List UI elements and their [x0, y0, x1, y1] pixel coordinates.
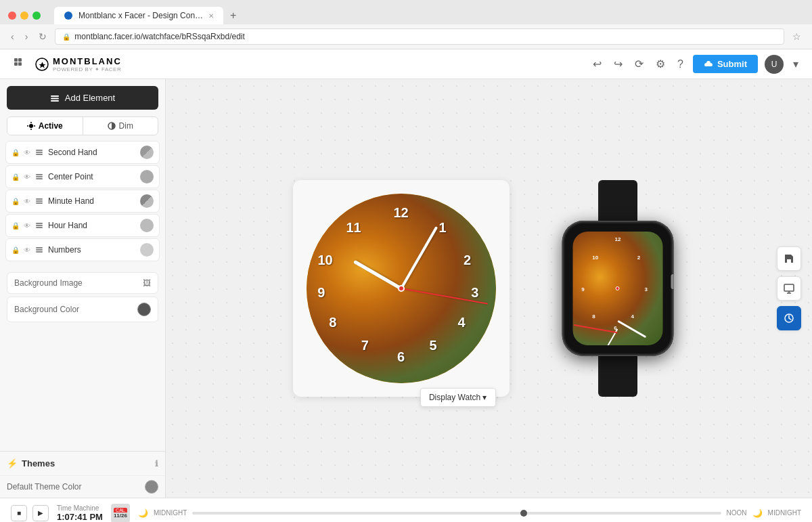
undo-button[interactable]: ↩	[590, 55, 604, 73]
mode-tabs: Active Dim	[7, 116, 158, 135]
timeline-thumb[interactable]	[520, 510, 527, 517]
watch-canvas: 12 1 2 3 4 5 6 7 8 9 10	[293, 180, 685, 397]
lock-icon-hour[interactable]: 🔒	[12, 222, 20, 230]
active-tab[interactable]: Montblanc x Facer - Design Con… ✕	[54, 7, 223, 24]
minute-hand	[400, 226, 438, 289]
layer-thumb-hour	[140, 219, 154, 232]
layer-type-icon-center	[35, 172, 44, 181]
user-avatar[interactable]: U	[765, 55, 784, 74]
mode-tab-active[interactable]: Active	[7, 117, 83, 135]
display-watch-button[interactable]: Display Watch ▾	[420, 388, 496, 407]
watch-screen: 12 2 3 4 6 8 9 10	[572, 232, 662, 345]
time-value: 1:07:41 PM	[57, 512, 103, 522]
history-icon-button[interactable]	[777, 306, 801, 330]
minimize-button[interactable]	[20, 12, 28, 20]
layer-type-icon-minute	[35, 196, 44, 206]
svg-rect-21	[36, 198, 43, 200]
header-actions: ↩ ↪ ⟳ ⚙ ? Submit U ▾	[590, 55, 801, 74]
eye-icon-center[interactable]: 👁	[24, 173, 30, 181]
moon-right-icon: 🌙	[752, 508, 763, 518]
layer-item-center-point[interactable]: 🔒 👁 Center Point	[5, 165, 160, 188]
svg-rect-28	[36, 249, 43, 251]
layer-name-minute: Minute Hand	[48, 196, 136, 206]
bookmark-button[interactable]: ☆	[790, 30, 804, 43]
tab-close-icon[interactable]: ✕	[208, 12, 214, 20]
add-element-button[interactable]: Add Element	[7, 86, 158, 110]
background-image-row[interactable]: Background Image 🖼	[7, 272, 158, 294]
playback-controls: ■ ▶	[11, 505, 49, 521]
save-icon	[784, 253, 794, 264]
grid-icon	[14, 58, 24, 68]
mode-tab-dim[interactable]: Dim	[83, 117, 158, 135]
layer-name-hour: Hour Hand	[48, 221, 136, 230]
new-tab-button[interactable]: +	[225, 7, 242, 24]
browser-chrome: Montblanc x Facer - Design Con… ✕ + ‹ › …	[0, 0, 812, 49]
calendar-icon[interactable]: CAL 11/26	[111, 504, 130, 523]
svg-rect-1	[14, 58, 18, 62]
submit-label: Submit	[717, 59, 747, 69]
grid-menu-button[interactable]	[11, 55, 27, 74]
sun-icon	[27, 122, 35, 130]
background-color-row[interactable]: Background Color	[7, 297, 158, 322]
layer-item-minute-hand[interactable]: 🔒 👁 Minute Hand	[5, 190, 160, 213]
mode-dim-label: Dim	[119, 121, 133, 131]
background-image-label: Background Image	[14, 278, 143, 288]
timeline-track[interactable]	[192, 512, 721, 515]
lock-icon-minute[interactable]: 🔒	[12, 198, 20, 205]
display-watch-label: Display Watch ▾	[429, 393, 487, 402]
timeline: 🌙 MIDNIGHT NOON 🌙 MIDNIGHT	[138, 508, 801, 518]
svg-rect-20	[36, 178, 43, 179]
time-machine-label: Time Machine	[57, 504, 103, 512]
forward-button[interactable]: ›	[22, 30, 31, 43]
watch-body: 12 2 3 4 6 8 9 10	[562, 221, 673, 356]
play-button[interactable]: ▶	[32, 505, 49, 521]
svg-rect-6	[51, 95, 59, 97]
default-theme-color-row[interactable]: Default Theme Color	[0, 475, 165, 498]
ssl-lock-icon: 🔒	[62, 33, 70, 41]
reset-button[interactable]: ⟳	[632, 55, 646, 73]
clock-face-wrapper: 12 1 2 3 4 5 6 7 8 9 10	[293, 180, 510, 397]
close-button[interactable]	[8, 12, 16, 20]
lock-icon-second[interactable]: 🔒	[12, 149, 20, 156]
svg-rect-24	[36, 223, 43, 224]
eye-icon-hour[interactable]: 👁	[24, 222, 30, 230]
dim-icon	[108, 122, 116, 130]
eye-icon-minute[interactable]: 👁	[24, 198, 30, 205]
color-swatch-bg[interactable]	[137, 303, 151, 316]
physical-watch: 12 2 3 4 6 8 9 10	[550, 180, 685, 397]
svg-rect-4	[18, 62, 22, 66]
maximize-button[interactable]	[32, 12, 41, 20]
stop-button[interactable]: ■	[11, 505, 27, 521]
svg-rect-19	[36, 176, 43, 177]
address-bar[interactable]: 🔒 montblanc.facer.io/watchface/bRSsqaRxb…	[55, 28, 784, 45]
app-wrapper: MONTBLANC POWERED BY ✦ FACER ↩ ↪ ⟳ ⚙ ? S…	[0, 49, 812, 522]
svg-rect-17	[36, 154, 43, 155]
refresh-button[interactable]: ↻	[36, 30, 49, 43]
themes-info-icon[interactable]: ℹ	[155, 459, 158, 469]
svg-rect-23	[36, 202, 43, 204]
user-menu-chevron[interactable]: ▾	[790, 55, 801, 73]
layer-item-hour-hand[interactable]: 🔒 👁 Hour Hand	[5, 214, 160, 237]
themes-label: Themes	[22, 458, 55, 469]
layer-item-second-hand[interactable]: 🔒 👁 Second Hand	[5, 141, 160, 164]
layer-type-icon-hour	[35, 221, 44, 230]
layer-item-numbers[interactable]: 🔒 👁 Numbers	[5, 238, 160, 261]
app-header: MONTBLANC POWERED BY ✦ FACER ↩ ↪ ⟳ ⚙ ? S…	[0, 49, 812, 79]
redo-button[interactable]: ↪	[611, 55, 625, 73]
svg-point-9	[29, 124, 33, 128]
save-icon-button[interactable]	[777, 246, 801, 271]
settings-button[interactable]: ⚙	[653, 55, 668, 73]
monitor-icon-button[interactable]	[777, 276, 801, 301]
lock-icon-numbers[interactable]: 🔒	[12, 246, 20, 254]
tab-bar: Montblanc x Facer - Design Con… ✕ +	[54, 7, 242, 24]
back-button[interactable]: ‹	[8, 30, 17, 43]
eye-icon-numbers[interactable]: 👁	[24, 246, 30, 254]
help-button[interactable]: ?	[675, 56, 686, 73]
submit-button[interactable]: Submit	[693, 55, 758, 73]
lock-icon-center[interactable]: 🔒	[12, 173, 20, 181]
layer-thumb-minute	[140, 194, 154, 208]
tab-favicon	[64, 11, 73, 20]
eye-icon-second[interactable]: 👁	[24, 149, 30, 156]
image-icon: 🖼	[143, 278, 151, 288]
color-swatch-theme[interactable]	[145, 480, 158, 494]
